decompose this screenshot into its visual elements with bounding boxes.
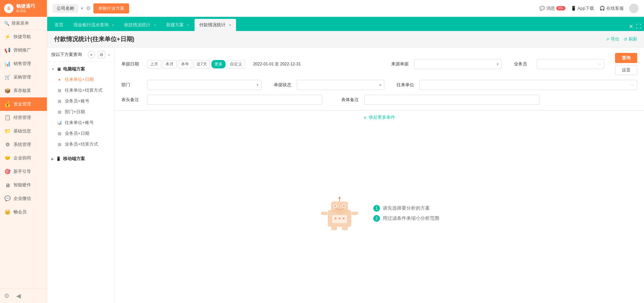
company-name[interactable]: 公司名称 <box>53 4 78 13</box>
staff-label: 业务员 <box>514 61 534 67</box>
refresh-button[interactable]: ↺ 刷新 <box>623 36 637 42</box>
partner-dots-icon[interactable]: ··· <box>631 83 634 87</box>
scheme-group-desktop-title[interactable]: ▼ 🖥 电脑端方案 <box>47 64 114 74</box>
scheme-group-mobile-title[interactable]: ▶ 📱 移动端方案 <box>47 154 114 164</box>
scheme-collapse-button[interactable]: « <box>108 52 110 57</box>
tab-bank-close-icon[interactable]: × <box>112 23 114 27</box>
scheme-item-staff-date-label: 业务员+日期 <box>65 130 89 137</box>
guide-label: 新手引导 <box>13 169 31 175</box>
online-service-action[interactable]: 🎧 在线客服 <box>599 5 624 11</box>
doc-status-select[interactable]: ▾ <box>297 80 384 90</box>
svg-rect-1 <box>331 202 348 212</box>
message-label: 消息 <box>546 5 555 11</box>
header-note-input[interactable] <box>147 95 322 105</box>
scheme-item-grid5-icon: ▦ <box>57 142 62 147</box>
tab-payment[interactable]: 付款情况统计 × <box>195 19 236 31</box>
filter-area: 单据日期 上月 本月 本年 近7天 更多 自定义 2022-01-01 至 20… <box>115 48 644 303</box>
sidebar-item-corp[interactable]: 🤝 企业协同 <box>0 151 47 165</box>
operation-icon: 📋 <box>4 114 11 121</box>
doc-status-chevron-icon: ▾ <box>379 83 381 87</box>
page-header: 付款情况统计(往来单位+日期) ↗ 导出 ↺ 刷新 <box>47 31 644 48</box>
sidebar-item-system[interactable]: ⚙ 系统管理 <box>0 138 47 151</box>
scheme-item-partner-account-label: 往来单位+账号 <box>65 120 94 126</box>
trial-button[interactable]: 体验行业方案 <box>93 3 129 13</box>
sidebar-item-basic[interactable]: 📁 基础信息 <box>0 124 47 138</box>
tab-fullscreen-icon[interactable]: ⛶ <box>636 24 641 30</box>
scheme-item-active-icon: ● <box>57 77 62 82</box>
tip-num-2: 2 <box>373 215 380 222</box>
scheme-item-staff-date[interactable]: ▦ 业务员+日期 <box>47 128 114 139</box>
settings-icon[interactable]: ⚙ <box>4 292 9 300</box>
date-btn-more[interactable]: 更多 <box>211 60 226 68</box>
sidebar-item-marketing[interactable]: 📢 营销推广 <box>0 43 47 57</box>
scheme-item-partner-settle[interactable]: ▦ 往来单位+结算方式 <box>47 85 114 96</box>
operation-label: 经营管理 <box>13 115 31 121</box>
svg-rect-11 <box>331 227 337 230</box>
filter-settings-button[interactable]: 设置 <box>615 65 637 75</box>
collapse-bar[interactable]: ∧ 收起更多条件 <box>115 111 644 124</box>
header-chevron-icon[interactable]: ▾ <box>81 6 83 11</box>
message-action[interactable]: 💬 消息 99+ <box>539 5 565 11</box>
tab-new-scheme-close-icon[interactable]: × <box>187 23 189 27</box>
app-download-action[interactable]: 📱 App下载 <box>571 5 594 11</box>
refresh-icon: ↺ <box>623 37 627 42</box>
date-btn-last-month[interactable]: 上月 <box>147 60 161 68</box>
query-button[interactable]: 查询 <box>615 53 637 63</box>
corp-label: 企业协同 <box>13 155 31 161</box>
sidebar-item-inventory[interactable]: 📦 库存核算 <box>0 84 47 97</box>
scheme-item-partner-settle-label: 往来单位+结算方式 <box>65 87 103 93</box>
sidebar-item-guide[interactable]: 🎯 新手引导 <box>0 165 47 178</box>
sidebar-item-sales[interactable]: 📊 销售管理 <box>0 57 47 70</box>
export-button[interactable]: ↗ 导出 <box>606 36 619 42</box>
tab-receipt[interactable]: 收款情况统计 × <box>119 19 160 31</box>
scheme-group-desktop: ▼ 🖥 电脑端方案 ● 往来单位+日期 ▦ 往来单位+结算方式 ▦ 业务员+账号 <box>47 62 114 152</box>
empty-state: 1 请先选择要分析的方案 2 用过滤条件来缩小分析范围 <box>115 124 644 303</box>
date-btn-this-month[interactable]: 本月 <box>163 60 177 68</box>
main-area: 公司名称 ▾ ⚙ 体验行业方案 💬 消息 99+ 📱 App下载 🎧 在线客服 <box>47 0 644 303</box>
header-settings-icon[interactable]: ⚙ <box>86 5 91 11</box>
tab-home[interactable]: 首页 <box>50 19 68 31</box>
date-btn-custom[interactable]: 自定义 <box>227 60 245 68</box>
scheme-item-staff-account[interactable]: ▦ 业务员+账号 <box>47 96 114 107</box>
avatar[interactable] <box>629 4 639 13</box>
sidebar-item-purchase[interactable]: 🛒 采购管理 <box>0 70 47 84</box>
search-menu-item[interactable]: 🔍 搜索菜单 <box>0 17 47 30</box>
body-note-input[interactable] <box>364 95 539 105</box>
date-btn-7days[interactable]: 近7天 <box>194 60 210 68</box>
scheme-item-grid3-icon: ▦ <box>57 109 62 115</box>
content-area: 按以下方案查询 + ⚙ « ▼ 🖥 电脑端方案 ● 往来单位+日期 ▦ 往来 <box>47 48 644 303</box>
tab-new-scheme[interactable]: 新建方案 × <box>162 19 194 31</box>
scheme-item-partner-date[interactable]: ● 往来单位+日期 <box>47 74 114 85</box>
sidebar-item-hardware[interactable]: 🖥 智能硬件 <box>0 178 47 192</box>
empty-tip-1: 1 请先选择要分析的方案 <box>373 205 439 212</box>
source-select[interactable]: ▾ <box>414 59 502 69</box>
tab-close-all-icon[interactable]: ✕ <box>629 23 633 30</box>
doc-status-label: 单据状态 <box>274 82 294 88</box>
tab-payment-close-icon[interactable]: × <box>229 23 231 27</box>
scheme-item-chart-icon: 📊 <box>57 120 62 125</box>
scheme-settings-button[interactable]: ⚙ <box>98 51 105 58</box>
tab-bank[interactable]: 现金银行流水查询 × <box>69 19 119 31</box>
page-title: 付款情况统计(往来单位+日期) <box>54 35 135 43</box>
date-btn-this-year[interactable]: 本年 <box>178 60 192 68</box>
partner-select[interactable]: ··· <box>419 80 637 90</box>
scheme-item-partner-account[interactable]: 📊 往来单位+账号 <box>47 117 114 128</box>
sidebar-item-quick-nav[interactable]: ⚡ 快捷导航 <box>0 30 47 43</box>
scheme-panel-header: 按以下方案查询 + ⚙ « <box>47 48 114 62</box>
sidebar-item-member[interactable]: 👑 畅会员 <box>0 205 47 219</box>
sidebar-collapse-icon[interactable]: ◀ <box>16 292 21 300</box>
scheme-item-staff-settle[interactable]: ▦ 业务员+结算方式 <box>47 139 114 150</box>
tab-receipt-close-icon[interactable]: × <box>154 23 156 27</box>
purchase-label: 采购管理 <box>13 74 31 80</box>
scheme-item-dept-date[interactable]: ▦ 部门+日期 <box>47 107 114 117</box>
svg-point-7 <box>339 197 341 199</box>
sidebar-item-wechat[interactable]: 💬 企业微信 <box>0 192 47 205</box>
scheme-add-button[interactable]: + <box>88 51 95 58</box>
sidebar-item-operation[interactable]: 📋 经营管理 <box>0 111 47 124</box>
dept-select[interactable]: ▾ <box>147 80 262 90</box>
quick-nav-label: 快捷导航 <box>13 34 31 40</box>
staff-dots-icon[interactable]: ··· <box>598 62 601 66</box>
staff-select[interactable]: ··· <box>537 59 604 69</box>
sidebar-item-finance[interactable]: 💰 资金管理 <box>0 97 47 111</box>
export-icon: ↗ <box>606 37 609 42</box>
